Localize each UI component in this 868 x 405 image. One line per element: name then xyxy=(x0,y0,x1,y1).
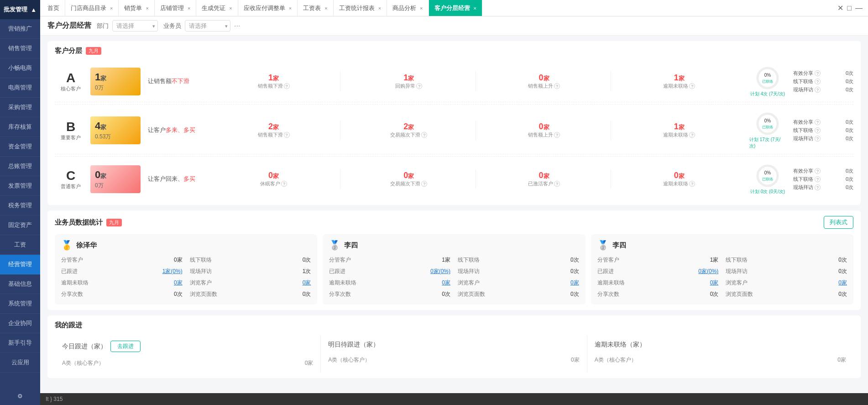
sidebar-item-销售管理[interactable]: 销售管理 xyxy=(0,39,40,58)
svg-point-8 xyxy=(758,166,778,186)
tier-row-B: B重要客户4家0.53万让客户多来、多买2家销售额下滑 ?2家交易频次下滑 ?0… xyxy=(55,106,853,154)
stat-item: 1家逾期未联络 ? xyxy=(613,120,746,140)
sidebar-item-系统管理[interactable]: 系统管理 xyxy=(0,294,40,314)
right-stats-B: 有效分享 ?0次线下联络 ?0次现场拜访 ?0次 xyxy=(790,119,853,142)
sidebar-item-营销推广[interactable]: 营销推广 xyxy=(0,19,40,39)
tab-商品分析[interactable]: 商品分析× xyxy=(387,0,429,16)
biz-filter: 业务员 请选择 ··· xyxy=(163,20,240,32)
tier-count-box-A: 1家0万 xyxy=(90,68,141,95)
staff-stat-row: 浏览客户0家 xyxy=(726,278,847,288)
staff-stat-row: 逾期未联络0家 xyxy=(61,278,183,288)
sidebar-toggle-icon[interactable]: ▲ xyxy=(31,6,37,13)
staff-stat-row: 已跟进0家(0%) xyxy=(329,267,450,276)
dept-select[interactable]: 请选择 xyxy=(112,20,158,32)
bottom-bar: It } 315 xyxy=(40,393,868,405)
tab-close-icon[interactable]: × xyxy=(420,5,423,11)
more-filter-btn[interactable]: ··· xyxy=(234,22,240,30)
sidebar-item-库存核算[interactable]: 库存核算 xyxy=(0,117,40,137)
stat-item: 1家销售额下滑 ? xyxy=(207,71,340,91)
tab-bar-end[interactable]: ✕ □ — xyxy=(834,4,866,12)
sidebar-header[interactable]: 批发管理 ▲ xyxy=(0,0,40,19)
tier-count-box-B: 4家0.53万 xyxy=(90,116,141,144)
tab-工资统计报表[interactable]: 工资统计报表× xyxy=(334,0,387,16)
tier-suggestion-B: 让客户多来、多买 xyxy=(144,126,204,134)
sidebar-item-工资[interactable]: 工资 xyxy=(0,235,40,255)
follow-overdue-a-val: 0家 xyxy=(837,356,846,364)
tab-close-icon[interactable]: × xyxy=(289,5,292,11)
tab-工资表[interactable]: 工资表× xyxy=(298,0,333,16)
tab-close-icon[interactable]: × xyxy=(474,5,476,11)
list-view-btn[interactable]: 列表式 xyxy=(824,216,853,229)
tab-close-icon[interactable]: × xyxy=(378,5,381,11)
sidebar-item-税务管理[interactable]: 税务管理 xyxy=(0,196,40,216)
window-restore-icon[interactable]: □ xyxy=(847,4,852,12)
staff-stat-row: 已跟进1家(0%) xyxy=(61,267,183,276)
window-close-icon[interactable]: ✕ xyxy=(837,4,843,12)
circle-svg: 0% 已联络 xyxy=(755,163,780,189)
svg-text:已联络: 已联络 xyxy=(762,79,773,84)
tab-首页[interactable]: 首页 xyxy=(42,0,65,16)
dept-filter: 部门 请选择 xyxy=(97,20,158,32)
right-stats-C: 有效分享 ?0次线下联络 ?0次现场拜访 ?0次 xyxy=(790,168,853,191)
tier-count-box-C: 0家0万 xyxy=(90,165,141,193)
sidebar-item-电商管理[interactable]: 电商管理 xyxy=(0,78,40,98)
sidebar-item-资金管理[interactable]: 资金管理 xyxy=(0,137,40,157)
tab-close-icon[interactable]: × xyxy=(146,5,148,11)
sidebar-title: 批发管理 xyxy=(4,5,27,14)
biz-section-title: 业务员数据统计 xyxy=(55,218,103,227)
bottom-text: It } 315 xyxy=(46,396,63,402)
staff-stat-row: 浏览客户0家 xyxy=(458,278,579,288)
tab-close-icon[interactable]: × xyxy=(324,5,327,11)
tab-close-icon[interactable]: × xyxy=(110,5,113,11)
staff-stat-row: 浏览页面数0次 xyxy=(458,289,579,299)
tabs-container: 首页门店商品目录×销货单×店铺管理×生成凭证×应收应付调整单×工资表×工资统计报… xyxy=(42,0,482,16)
window-minimize-icon[interactable]: — xyxy=(855,4,863,12)
sidebar-settings[interactable]: ⚙ xyxy=(0,387,40,405)
follow-tomorrow-a-label: A类（核心客户） xyxy=(328,356,370,364)
tab-销货单[interactable]: 销货单× xyxy=(119,0,154,16)
biz-section-header: 业务员数据统计 九月 列表式 xyxy=(55,216,853,229)
svg-point-0 xyxy=(758,68,778,88)
staff-stat-row: 线下联络0次 xyxy=(726,255,847,265)
staff-stat-row: 分享次数0次 xyxy=(597,289,719,299)
sidebar-item-小畅电商[interactable]: 小畅电商 xyxy=(0,58,40,78)
sidebar-item-采购管理[interactable]: 采购管理 xyxy=(0,98,40,117)
staff-stat-row: 分管客户1家 xyxy=(329,255,450,265)
staff-medal: 🥈 xyxy=(597,240,609,251)
staff-grid: 🥇徐泽华分管客户0家线下联络0次已跟进1家(0%)现场拜访1次逾期未联络0家浏览… xyxy=(55,234,853,305)
staff-stat-row: 现场拜访0次 xyxy=(458,267,579,276)
tab-店铺管理[interactable]: 店铺管理× xyxy=(155,0,196,16)
tab-门店商品目录[interactable]: 门店商品目录× xyxy=(65,0,119,16)
tab-生成凭证[interactable]: 生成凭证× xyxy=(196,0,238,16)
follow-row-val: 0家 xyxy=(305,359,314,367)
sidebar-item-企业协同[interactable]: 企业协同 xyxy=(0,314,40,333)
sidebar: 批发管理 ▲ 营销推广销售管理小畅电商电商管理采购管理库存核算资金管理总账管理发… xyxy=(0,0,40,405)
stat-item: 2家销售额下滑 ? xyxy=(207,120,340,140)
sidebar-item-总账管理[interactable]: 总账管理 xyxy=(0,157,40,176)
content-area: 客户分层 九月 A核心客户1家0万让销售额不下滑1家销售额下滑 ?1家回购异常 … xyxy=(40,36,868,393)
tab-close-icon[interactable]: × xyxy=(229,5,232,11)
sidebar-item-固定资产[interactable]: 固定资产 xyxy=(0,216,40,235)
staff-stat-row: 已跟进0家(0%) xyxy=(597,267,719,276)
sidebar-item-发票管理[interactable]: 发票管理 xyxy=(0,176,40,196)
sidebar-item-经营管理[interactable]: 经营管理 xyxy=(0,255,40,274)
staff-stat-row: 线下联络0次 xyxy=(458,255,579,265)
follow-section: 我的跟进 今日跟进（家） 去跟进 A类（核心客户） 0家 明日待跟进（家） xyxy=(47,316,861,378)
svg-text:0%: 0% xyxy=(764,170,771,175)
biz-select[interactable]: 请选择 xyxy=(185,20,230,32)
sidebar-item-云应用[interactable]: 云应用 xyxy=(0,353,40,373)
sidebar-item-基础信息[interactable]: 基础信息 xyxy=(0,274,40,294)
tier-row-C: C普通客户0家0万让客户回来、多买0家休眠客户 ?0家交易频次下滑 ?0家已激活… xyxy=(55,158,853,200)
stat-item: 1家逾期未联络 ? xyxy=(613,71,746,91)
tab-close-icon[interactable]: × xyxy=(188,5,190,11)
follow-tomorrow-a-val: 0家 xyxy=(571,356,580,364)
go-follow-btn[interactable]: 去跟进 xyxy=(110,341,141,352)
tab-客户分层经营[interactable]: 客户分层经营× xyxy=(429,0,482,16)
follow-today: 今日跟进（家） 去跟进 A类（核心客户） 0家 xyxy=(55,335,321,373)
tab-应收应付调整单[interactable]: 应收应付调整单× xyxy=(238,0,298,16)
sidebar-item-新手引导[interactable]: 新手引导 xyxy=(0,333,40,353)
follow-tomorrow: 明日待跟进（家） A类（核心客户） 0家 xyxy=(321,335,587,373)
stat-item: 0家交易频次下滑 ? xyxy=(342,169,476,189)
tier-suggestion-A: 让销售额不下滑 xyxy=(144,77,204,85)
biz-label: 业务员 xyxy=(163,22,181,30)
